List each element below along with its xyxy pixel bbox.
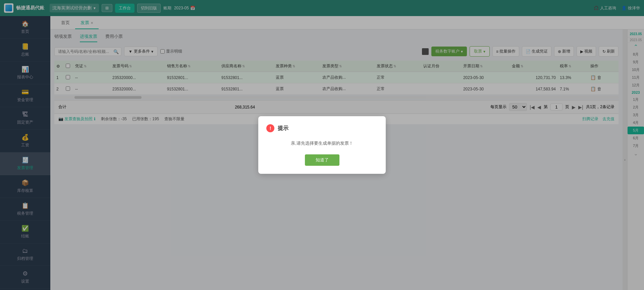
- modal-header: ! 提示: [266, 124, 378, 132]
- warning-icon: !: [266, 124, 274, 132]
- modal-title: 提示: [278, 125, 288, 132]
- modal-body: 亲,请先选择要生成单据的发票！: [266, 138, 378, 154]
- modal-overlay: ! 提示 亲,请先选择要生成单据的发票！ 知道了: [0, 0, 644, 290]
- modal-footer: 知道了: [266, 154, 378, 166]
- confirm-button[interactable]: 知道了: [305, 154, 339, 166]
- modal-message: 亲,请先选择要生成单据的发票！: [291, 141, 353, 146]
- modal-dialog: ! 提示 亲,请先选择要生成单据的发票！ 知道了: [258, 116, 386, 174]
